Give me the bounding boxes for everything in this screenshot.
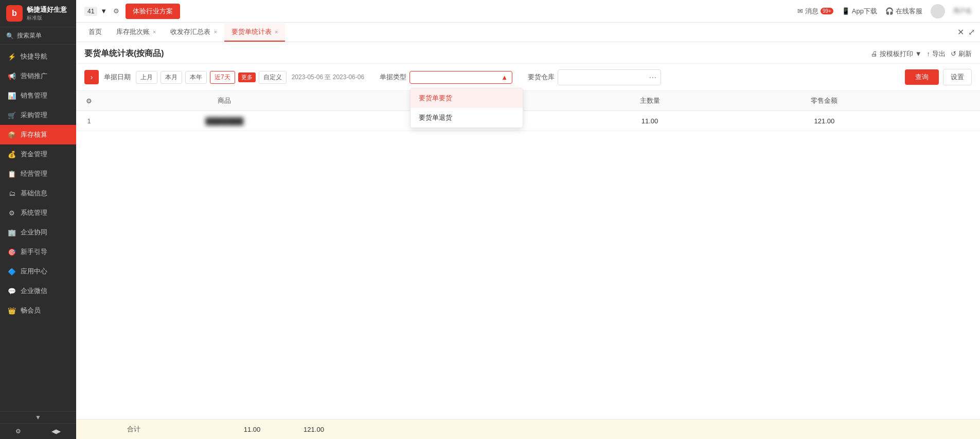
date-preset-7days[interactable]: 近7天 [210,71,235,84]
logo-icon: b [6,5,23,22]
collapse-button[interactable]: ◀▶ [51,428,61,435]
table-column-settings-icon[interactable]: ⚙ [86,97,92,105]
sidebar-item-operations[interactable]: 📋 经营管理 [0,164,76,184]
warehouse-select-input[interactable] [562,74,649,81]
print-icon: 🖨 [871,50,878,58]
phone-icon: 📱 [842,7,850,15]
col-amount: 零售金额 [729,91,920,111]
search-icon: 🔍 [6,32,14,40]
tab-close-batch-account[interactable]: × [153,29,156,35]
sidebar-item-finance[interactable]: 💰 资金管理 [0,144,76,164]
type-select-arrow-up[interactable]: ▲ [501,74,508,81]
tab-home[interactable]: 首页 [81,23,109,42]
sidebar-item-sales[interactable]: 📊 销售管理 [0,86,76,105]
sidebar-item-guide[interactable]: 🎯 新手引导 [0,242,76,262]
chevron-down-icon-print: ▼ [915,50,922,58]
sidebar-item-system[interactable]: ⚙ 系统管理 [0,203,76,223]
cell-amount: 121.00 [729,111,920,131]
sidebar-scroll-down[interactable]: ▼ [0,411,76,423]
online-service-button[interactable]: 🎧 在线客服 [885,7,922,16]
sidebar-item-enterprise[interactable]: 🏢 企业协同 [0,223,76,242]
query-button[interactable]: 查询 [905,69,939,85]
user-avatar[interactable] [931,4,945,19]
close-all-tabs-button[interactable]: ✕ [957,27,964,37]
main-area: 41 ▼ ⚙ 体验行业方案 ✉ 消息 99+ 📱 App下载 🎧 在线客服 用户… [76,0,980,439]
tab-receive-summary[interactable]: 收发存汇总表 × [163,23,224,42]
sidebar-item-basic[interactable]: 🗂 基础信息 [0,184,76,203]
warehouse-more-icon[interactable]: ··· [649,72,656,83]
col-extra [920,91,980,111]
sidebar-item-member[interactable]: 👑 畅会员 [0,301,76,320]
chevron-down-icon: ▼ [100,7,107,15]
tab-batch-account[interactable]: 库存批次账 × [109,23,163,42]
warehouse-select-box[interactable]: ··· [558,69,661,85]
sidebar-item-appstore[interactable]: 🔷 应用中心 [0,262,76,281]
message-icon: ✉ [797,7,803,15]
wechat-icon: 💬 [7,286,16,296]
footer-quantity: 11.00 [221,426,283,433]
cell-row-num: 1 [76,111,102,131]
dropdown-item-request[interactable]: 要货单要货 [411,88,523,108]
filter-type-group: 单据类型 ▲ 要货单要货 要货单退货 [380,71,512,84]
inventory-icon: 📦 [7,130,16,139]
table-footer: 合计 11.00 121.00 [76,419,980,439]
footer-total-label: 合计 [108,425,159,434]
date-preset-this-month[interactable]: 本月 [161,71,182,84]
sidebar-search-area[interactable]: 🔍 搜索菜单 [0,27,76,45]
tab-close-receive-summary[interactable]: × [213,29,217,35]
header-right: ✉ 消息 99+ 📱 App下载 🎧 在线客服 用户名 [797,4,972,19]
sidebar-item-purchase[interactable]: 🛒 采购管理 [0,105,76,125]
header-settings-icon[interactable]: ⚙ [113,7,119,15]
type-select-box[interactable]: ▲ 要货单要货 要货单退货 [409,71,512,84]
filter-settings-button[interactable]: 设置 [943,69,972,85]
sidebar-nav: ⚡ 快捷导航 📢 营销推广 📊 销售管理 🛒 采购管理 📦 库存核算 💰 资金管… [0,45,76,411]
filter-actions: 查询 设置 [905,69,972,85]
maximize-tab-button[interactable]: ⤢ [968,27,975,37]
warehouse-group: 要货仓库 ··· [528,69,661,85]
footer-amount: 121.00 [283,426,345,433]
top-header: 41 ▼ ⚙ 体验行业方案 ✉ 消息 99+ 📱 App下载 🎧 在线客服 用户… [76,0,980,23]
marketing-icon: 📢 [7,71,16,81]
print-template-button[interactable]: 🖨 按模板打印 ▼ [871,49,922,59]
trial-button[interactable]: 体验行业方案 [126,4,180,19]
page-actions: 🖨 按模板打印 ▼ ↑ 导出 ↺ 刷新 [871,49,972,59]
cell-product: ████████ [102,111,347,131]
page-title: 要货单统计表(按商品) [84,48,164,59]
app-download-button[interactable]: 📱 App下载 [842,7,877,16]
date-preset-last-month[interactable]: 上月 [136,71,157,84]
date-more-button[interactable]: 更多 [238,72,256,82]
page-container: 要货单统计表(按商品) 🖨 按模板打印 ▼ ↑ 导出 ↺ 刷新 [76,42,980,439]
finance-icon: 💰 [7,150,16,159]
tabs-right: ✕ ⤢ [957,27,975,37]
purchase-icon: 🛒 [7,111,16,120]
sales-icon: 📊 [7,91,16,100]
quick-nav-icon: ⚡ [7,52,16,61]
refresh-button[interactable]: ↺ 刷新 [951,49,972,59]
dropdown-item-return[interactable]: 要货单退货 [411,108,523,127]
messages-badge: 99+ [821,8,833,14]
header-left: 41 ▼ ⚙ 体验行业方案 [84,4,180,19]
sidebar-item-wechat[interactable]: 💬 企业微信 [0,281,76,301]
store-selector[interactable]: 41 ▼ [84,7,107,16]
settings-bottom-button[interactable]: ⚙ [15,428,21,435]
messages-button[interactable]: ✉ 消息 99+ [797,7,833,16]
export-button[interactable]: ↑ 导出 [927,49,946,59]
date-custom-button[interactable]: 自定义 [259,71,287,84]
member-icon: 👑 [7,306,16,315]
tab-order-stat[interactable]: 要货单统计表 × [224,23,285,42]
sidebar-item-inventory[interactable]: 📦 库存核算 [0,125,76,144]
tab-close-order-stat[interactable]: × [275,29,278,35]
type-select-input[interactable] [414,74,501,81]
filter-expand-button[interactable]: › [84,70,99,84]
appstore-icon: 🔷 [7,267,16,276]
col-settings: ⚙ [76,91,102,111]
headset-icon: 🎧 [885,7,894,15]
date-range-display: 2023-05-06 至 2023-06-06 [292,73,364,82]
sidebar-item-quick-nav[interactable]: ⚡ 快捷导航 [0,47,76,66]
sidebar-item-marketing[interactable]: 📢 营销推广 [0,66,76,86]
type-filter-label: 单据类型 [380,72,406,82]
refresh-icon: ↺ [951,50,956,58]
sidebar: b 畅捷通好生意 标准版 🔍 搜索菜单 ⚡ 快捷导航 📢 营销推广 📊 销售管理… [0,0,76,439]
search-menu-button[interactable]: 🔍 搜索菜单 [6,31,70,40]
date-preset-this-year[interactable]: 本年 [185,71,207,84]
